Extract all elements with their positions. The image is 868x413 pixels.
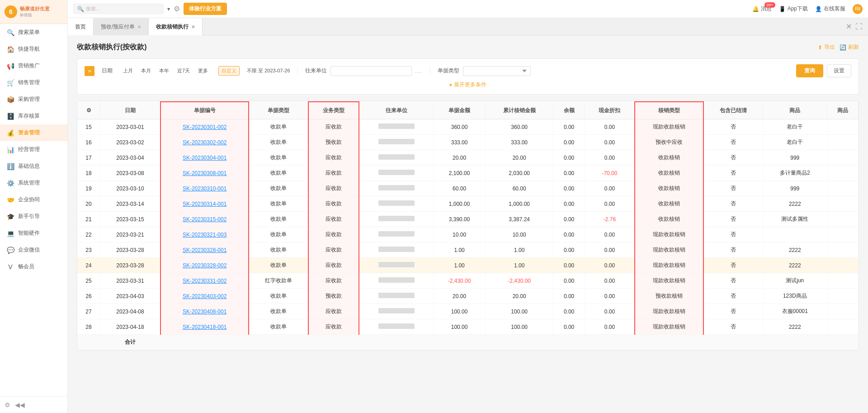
footer-cell-date: 合计 (100, 335, 160, 350)
page-title: 收款核销执行(按收款) (77, 43, 147, 52)
cell-no: 19 (77, 181, 100, 196)
cell-doc_no[interactable]: SK-20230328-001 (160, 242, 249, 258)
cell-doc_no[interactable]: SK-20230304-001 (160, 150, 249, 166)
tab-close-advance[interactable]: ✕ (137, 24, 141, 29)
topbar: 🔍 搜索... ▾ ⚙ 体验行业方案 🔔 消息 99+ 📱 App下载 👤 在线… (68, 0, 868, 18)
sidebar-item-basic[interactable]: ℹ️基础信息 (0, 158, 67, 175)
cell-balance: 0.00 (553, 242, 585, 258)
sidebar-item-quicknav[interactable]: 🏠快捷导航 (0, 41, 67, 57)
cell-biz_type: 应收款 (308, 181, 359, 196)
sales-icon: 🛒 (6, 79, 14, 86)
unit-label: 往来单位 (305, 67, 327, 75)
topbar-search-box[interactable]: 🔍 搜索... (73, 4, 164, 14)
cell-doc_no[interactable]: SK-20230331-002 (160, 273, 249, 289)
cell-amount: 1.00 (434, 258, 486, 273)
operations-icon: 📊 (6, 146, 14, 153)
cell-verified: 1,000.00 (485, 196, 553, 212)
sidebar-item-hardware[interactable]: 💻智能硬件 (0, 225, 67, 242)
custom-date-btn[interactable]: 自定义 (218, 66, 240, 76)
cell-doc_no[interactable]: SK-20230403-002 (160, 289, 249, 304)
table-row: 272023-04-08SK-20230408-001收款单应收款100.001… (77, 304, 859, 319)
cell-doc_no[interactable]: SK-20230310-001 (160, 181, 249, 196)
sidebar-item-member[interactable]: V畅会员 (0, 258, 67, 275)
cell-discount: -2.76 (585, 212, 635, 227)
cell-no: 21 (77, 212, 100, 227)
cell-unit (359, 258, 434, 273)
query-button[interactable]: 查询 (796, 64, 823, 77)
notification-bell[interactable]: 🔔 消息 99+ (752, 5, 772, 13)
cell-verify_type: 现款收款核销 (635, 227, 703, 242)
refresh-button[interactable]: 🔄 刷新 (840, 43, 859, 51)
cell-doc_no[interactable]: SK-20230418-001 (160, 319, 249, 335)
type-select[interactable] (463, 66, 531, 76)
filter-row: » 日期 上月本月本年近7天更多 自定义 不限 至 2023-07-26 往来单… (85, 64, 851, 77)
sidebar-item-operations[interactable]: 📊经营管理 (0, 141, 67, 158)
cell-date: 2023-04-18 (100, 319, 160, 335)
cell-doc_type: 收款单 (249, 227, 308, 242)
export-button[interactable]: ⬆ 导出 (818, 43, 835, 51)
hardware-icon: 💻 (6, 230, 14, 237)
table-row: 172023-03-04SK-20230304-001收款单应收款20.0020… (77, 150, 859, 166)
filter-toggle[interactable]: » (85, 66, 94, 76)
export-icon: ⬆ (818, 44, 822, 51)
cell-doc_no[interactable]: SK-20230314-001 (160, 196, 249, 212)
sidebar-item-purchase[interactable]: 📦采购管理 (0, 91, 67, 108)
cell-doc_no[interactable]: SK-20230302-002 (160, 135, 249, 150)
cell-doc_type: 收款单 (249, 181, 308, 196)
sidebar-item-inventory[interactable]: 🗄️库存核算 (0, 108, 67, 124)
sidebar-item-wechat[interactable]: 💬企业微信 (0, 242, 67, 258)
user-info[interactable]: Rit (853, 4, 863, 14)
sidebar-item-label: 企业微信 (18, 246, 40, 254)
settings-button[interactable]: 设置 (827, 64, 851, 77)
cell-goods2 (827, 258, 858, 273)
cell-settled: 否 (703, 273, 763, 289)
cell-verify_type: 现款收款核销 (635, 258, 703, 273)
cell-doc_no[interactable]: SK-20230408-001 (160, 304, 249, 319)
sidebar-item-enterprise[interactable]: 🤝企业协同 (0, 191, 67, 208)
sidebar-item-sales[interactable]: 🛒销售管理 (0, 74, 67, 91)
date-btn-更多[interactable]: 更多 (195, 66, 211, 76)
online-service[interactable]: 👤 在线客服 (815, 5, 845, 13)
maximize-icon[interactable]: ⛶ (855, 23, 863, 31)
date-btn-本月[interactable]: 本月 (138, 66, 154, 76)
gear-icon[interactable]: ⚙ (174, 5, 180, 13)
app-download[interactable]: 📱 App下载 (779, 5, 808, 13)
sidebar-item-search[interactable]: 🔍搜索菜单 (0, 24, 67, 41)
cell-goods: 测试多属性 (763, 212, 827, 227)
cell-no: 18 (77, 166, 100, 181)
cell-no: 28 (77, 319, 100, 335)
logo-text: 畅康道好生意 标推版 (20, 5, 50, 18)
collapse-icon[interactable]: ◀◀ (15, 401, 25, 408)
tab-collection[interactable]: 收款核销执行✕ (149, 18, 203, 35)
unit-input[interactable] (330, 66, 412, 76)
logo-icon: 6 (5, 5, 17, 18)
tab-advance[interactable]: 预收/预应付单✕ (94, 18, 149, 35)
col-header-date: 日期 (100, 102, 160, 119)
col-header-goods: 商品 (763, 102, 827, 119)
cell-doc_no[interactable]: SK-20230328-002 (160, 258, 249, 273)
date-btn-上月[interactable]: 上月 (120, 66, 136, 76)
cell-doc_no[interactable]: SK-20230315-002 (160, 212, 249, 227)
settings-icon[interactable]: ⚙ (5, 401, 10, 408)
cell-unit (359, 289, 434, 304)
cell-discount: 0.00 (585, 150, 635, 166)
footer-cell-biz_type (308, 335, 359, 350)
sidebar-item-guide[interactable]: 🎓新手引导 (0, 208, 67, 225)
cell-doc_no[interactable]: SK-20230308-001 (160, 166, 249, 181)
date-btn-本年[interactable]: 本年 (156, 66, 172, 76)
solution-button[interactable]: 体验行业方案 (184, 3, 227, 15)
expand-button[interactable]: ▾ 展开更多条件 (449, 81, 486, 89)
tab-home[interactable]: 首页 (68, 18, 94, 35)
date-btn-近7天[interactable]: 近7天 (174, 66, 193, 76)
topbar-dropdown[interactable]: ▾ (167, 6, 170, 12)
footer-cell-verified (485, 335, 553, 350)
close-tab-icon[interactable]: ✕ (846, 22, 852, 31)
cell-doc_no[interactable]: SK-20230321-003 (160, 227, 249, 242)
sidebar-item-finance[interactable]: 💰资金管理 (0, 124, 67, 141)
sidebar-item-system[interactable]: ⚙️系统管理 (0, 175, 67, 191)
cell-doc_no[interactable]: SK-20230301-002 (160, 119, 249, 135)
sidebar-item-marketing[interactable]: 📢营销推广 (0, 57, 67, 74)
tab-close-collection[interactable]: ✕ (191, 24, 195, 29)
sidebar-item-label: 搜索菜单 (18, 28, 40, 36)
cell-doc_type: 红字收款单 (249, 273, 308, 289)
